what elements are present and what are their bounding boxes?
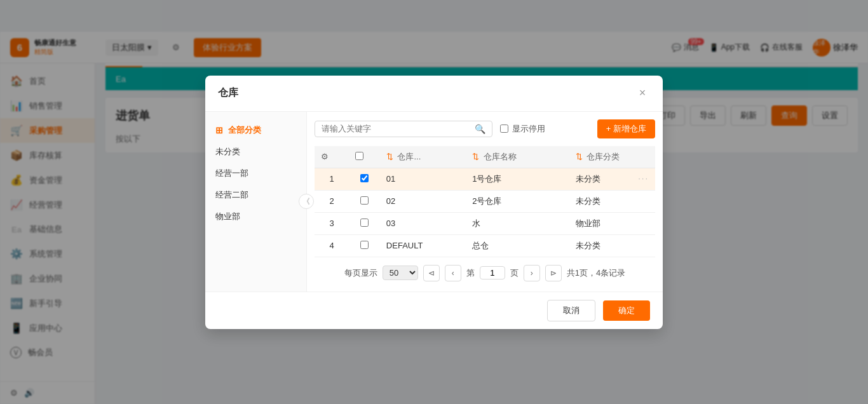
page-unit: 页 bbox=[510, 267, 519, 279]
th-code[interactable]: ⇅ 仓库... bbox=[380, 146, 466, 168]
row-name-cell: 水 bbox=[466, 212, 569, 234]
row-name-cell: 1号仓库 bbox=[466, 168, 569, 190]
row-checkbox[interactable] bbox=[360, 196, 369, 205]
row-check-cell[interactable] bbox=[349, 212, 380, 234]
row-checkbox[interactable] bbox=[360, 174, 369, 182]
sidebar-collapse-button[interactable]: 《 bbox=[299, 194, 314, 209]
th-gear: ⚙ bbox=[315, 146, 349, 168]
sort-icon-cat: ⇅ bbox=[576, 152, 583, 161]
row-checkbox[interactable] bbox=[360, 241, 369, 249]
row-dots-button[interactable]: ··· bbox=[638, 173, 649, 183]
grid-icon: ⊞ bbox=[215, 125, 223, 135]
th-name[interactable]: ⇅ 仓库名称 bbox=[466, 146, 569, 168]
category-property[interactable]: 物业部 bbox=[205, 206, 306, 227]
disabled-checkbox-input[interactable] bbox=[500, 125, 508, 133]
category-dept1[interactable]: 经营一部 bbox=[205, 163, 306, 184]
row-num: 2 bbox=[329, 196, 334, 206]
table-row[interactable]: 3 03 水 物业部 bbox=[315, 212, 655, 234]
row-checkbox[interactable] bbox=[360, 219, 369, 227]
page-number-input[interactable] bbox=[480, 266, 505, 279]
sort-icon-code: ⇅ bbox=[386, 152, 393, 161]
search-icon[interactable]: 🔍 bbox=[475, 124, 485, 134]
search-box: 🔍 bbox=[315, 121, 492, 137]
prev-page-button[interactable]: ‹ bbox=[445, 265, 461, 281]
warehouse-table: ⚙ ⇅ 仓库... ⇅ bbox=[315, 146, 655, 257]
warehouse-table-container: ⚙ ⇅ 仓库... ⇅ bbox=[315, 146, 655, 257]
modal-header: 仓库 × bbox=[205, 76, 663, 112]
modal-close-button[interactable]: × bbox=[635, 86, 650, 101]
cancel-button[interactable]: 取消 bbox=[547, 300, 595, 321]
row-check-cell[interactable] bbox=[349, 190, 380, 212]
table-row[interactable]: 4 DEFAULT 总仓 未分类 bbox=[315, 234, 655, 257]
sort-icon-name: ⇅ bbox=[472, 152, 479, 161]
last-page-button[interactable]: ⊳ bbox=[545, 265, 562, 281]
row-check-cell[interactable] bbox=[349, 234, 380, 257]
row-category-cell: 物业部 bbox=[569, 212, 655, 234]
add-warehouse-button[interactable]: + 新增仓库 bbox=[597, 119, 655, 138]
row-check-cell[interactable] bbox=[349, 168, 380, 190]
modal-overlay[interactable]: 仓库 × 《 ⊞ 全部分类 未分类 经营一部 经营二部 bbox=[0, 0, 868, 404]
row-code-cell: 02 bbox=[380, 190, 466, 212]
category-all[interactable]: ⊞ 全部分类 bbox=[205, 119, 306, 141]
row-category-cell: 未分类 bbox=[569, 190, 655, 212]
warehouse-modal: 仓库 × 《 ⊞ 全部分类 未分类 经营一部 经营二部 bbox=[205, 76, 663, 329]
select-all-checkbox[interactable] bbox=[355, 152, 363, 160]
table-row[interactable]: 2 02 2号仓库 未分类 bbox=[315, 190, 655, 212]
table-row[interactable]: 1 01 1号仓库 未分类 ··· bbox=[315, 168, 655, 190]
th-category[interactable]: ⇅ 仓库分类 bbox=[569, 146, 655, 168]
row-name-cell: 2号仓库 bbox=[466, 190, 569, 212]
row-name-cell: 总仓 bbox=[466, 234, 569, 257]
search-input[interactable] bbox=[322, 124, 475, 133]
row-num: 4 bbox=[329, 241, 334, 250]
modal-title: 仓库 bbox=[218, 86, 238, 100]
row-code-cell: DEFAULT bbox=[380, 234, 466, 257]
per-page-label: 每页显示 bbox=[344, 267, 377, 279]
first-page-button[interactable]: ⊲ bbox=[423, 265, 440, 281]
gear-icon: ⚙ bbox=[321, 152, 329, 161]
row-code-cell: 01 bbox=[380, 168, 466, 190]
row-code-cell: 03 bbox=[380, 212, 466, 234]
modal-footer: 取消 确定 bbox=[205, 292, 663, 329]
per-page-select[interactable]: 50 10 20 100 bbox=[383, 266, 418, 280]
total-records: 共1页，4条记录 bbox=[567, 267, 625, 279]
category-dept2[interactable]: 经营二部 bbox=[205, 184, 306, 206]
modal-body: 《 ⊞ 全部分类 未分类 经营一部 经营二部 物业部 bbox=[205, 112, 663, 292]
row-category-cell: 未分类 ··· bbox=[569, 168, 655, 190]
category-uncat[interactable]: 未分类 bbox=[205, 141, 306, 163]
modal-toolbar: 🔍 显示停用 + 新增仓库 bbox=[315, 119, 655, 138]
row-gear-cell: 4 bbox=[315, 234, 349, 257]
modal-main-area: 🔍 显示停用 + 新增仓库 ⚙ bbox=[307, 112, 663, 292]
next-page-button[interactable]: › bbox=[524, 265, 540, 281]
row-num: 1 bbox=[329, 174, 334, 184]
th-check bbox=[349, 146, 380, 168]
row-num: 3 bbox=[329, 219, 334, 228]
row-gear-cell: 1 bbox=[315, 168, 349, 190]
page-label: 第 bbox=[466, 267, 475, 279]
modal-category-sidebar: 《 ⊞ 全部分类 未分类 经营一部 经营二部 物业部 bbox=[205, 112, 307, 292]
row-gear-cell: 3 bbox=[315, 212, 349, 234]
show-disabled-checkbox[interactable]: 显示停用 bbox=[500, 123, 545, 135]
modal-pagination: 每页显示 50 10 20 100 ⊲ ‹ 第 页 › ⊳ 共1页，4条记录 bbox=[315, 257, 655, 284]
row-gear-cell: 2 bbox=[315, 190, 349, 212]
confirm-button[interactable]: 确定 bbox=[603, 300, 650, 321]
row-category-cell: 未分类 bbox=[569, 234, 655, 257]
